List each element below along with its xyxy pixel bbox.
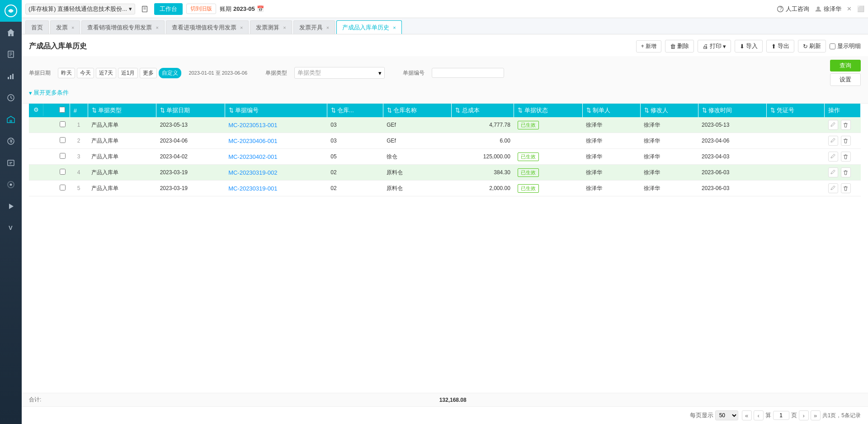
row-number-link[interactable]: MC-20230319-002 [228,169,277,176]
row-number-link[interactable]: MC-20230319-001 [228,185,277,192]
tab-sales-vat-close[interactable]: × [156,25,158,30]
row-delete-btn[interactable] [841,136,851,146]
th-settings[interactable]: ⚙ [29,104,43,116]
prev-page-btn[interactable]: ‹ [754,410,764,420]
doc-icon-btn[interactable] [139,4,151,14]
row-edit-btn[interactable] [828,167,838,177]
th-checkbox[interactable] [55,104,70,117]
show-detail-checkbox[interactable]: 显示明细 [830,42,861,50]
date-btn-more[interactable]: 更多 [140,68,157,78]
th-status[interactable]: ⇅ 单据状态 [514,104,582,117]
sidebar-item-doc[interactable] [0,43,22,65]
tab-invoice-close[interactable]: × [71,25,74,30]
tab-invoice-calc[interactable]: 发票测算 × [250,20,292,34]
th-voucher[interactable]: ⇅ 凭证号 [767,104,825,117]
sidebar-item-tax[interactable] [0,152,22,174]
row-number-link[interactable]: MC-20230406-001 [228,138,277,144]
tab-product-receipt[interactable]: 产成品入库单历史 × [336,20,401,34]
th-type[interactable]: ⇅ 单据类型 [88,104,156,117]
delete-button[interactable]: 🗑 删除 [665,40,694,52]
th-modifier[interactable]: ⇅ 修改人 [640,104,698,117]
tab-invoice-calc-close[interactable]: × [283,25,286,30]
export-button[interactable]: ⬆ 导出 [766,40,794,52]
next-page-btn[interactable]: › [799,410,809,420]
row-delete-btn[interactable] [841,120,851,130]
print-button[interactable]: 🖨 打印 ▾ [698,40,731,52]
date-btn-custom[interactable]: 自定义 [159,68,181,78]
th-modify-time[interactable]: ⇅ 修改时间 [698,104,766,117]
row-edit-btn[interactable] [828,183,838,193]
number-filter-input[interactable] [432,68,504,78]
row-checkbox[interactable] [60,169,66,175]
row-number[interactable]: MC-20230319-002 [225,165,327,181]
page-number-input[interactable] [773,411,789,420]
row-checkbox[interactable] [60,185,66,191]
date-btn-7days[interactable]: 近7天 [96,68,116,78]
row-checkbox-cell[interactable] [55,149,70,165]
row-number-link[interactable]: MC-20230402-001 [228,153,277,160]
row-checkbox-cell[interactable] [55,181,70,196]
th-creator[interactable]: ⇅ 制单人 [582,104,640,117]
help-btn[interactable]: ? 人工咨询 [777,5,809,13]
row-delete-btn[interactable] [841,152,851,162]
sidebar-item-finance[interactable]: ¥ [0,130,22,152]
sidebar-item-home[interactable] [0,22,22,43]
row-number[interactable]: MC-20230319-001 [225,181,327,196]
refresh-button[interactable]: ↻ 刷新 [798,40,826,52]
tab-purchase-vat[interactable]: 查看进项增值税专用发票 × [166,20,249,34]
row-edit-btn[interactable] [828,152,838,162]
tab-product-receipt-close[interactable]: × [393,25,396,30]
switch-version-button[interactable]: 切到旧版 [186,4,216,14]
row-delete-btn[interactable] [841,183,851,193]
sidebar-item-warehouse[interactable] [0,109,22,130]
sidebar-item-play[interactable] [0,195,22,217]
th-date[interactable]: ⇅ 单据日期 [156,104,225,117]
th-wh-code[interactable]: ⇅ 仓库... [327,104,383,117]
type-filter-select[interactable]: 单据类型 ▾ [294,67,385,79]
th-wh-name[interactable]: ⇅ 仓库名称 [383,104,451,117]
row-number[interactable]: MC-20230402-001 [225,149,327,165]
user-menu[interactable]: 徐泽华 [815,5,841,13]
show-detail-input[interactable] [830,43,835,49]
row-delete-btn[interactable] [841,167,851,177]
select-all-checkbox[interactable] [59,107,65,113]
row-checkbox-cell[interactable] [55,117,70,133]
filter-settings-button[interactable]: 设置 [830,73,861,86]
sidebar-item-version[interactable]: V [0,217,22,239]
tab-sales-vat[interactable]: 查看销项增值税专用发票 × [81,20,164,34]
last-page-btn[interactable]: » [811,410,821,420]
import-button[interactable]: ⬇ 导入 [735,40,763,52]
row-checkbox[interactable] [60,121,66,127]
close-window-icon[interactable]: ✕ [847,5,852,12]
tab-purchase-vat-close[interactable]: × [240,25,243,30]
maximize-icon[interactable]: ⬜ [857,5,864,12]
new-button[interactable]: + 新增 [636,40,661,52]
date-btn-yesterday[interactable]: 昨天 [58,68,75,78]
row-edit-btn[interactable] [828,120,838,130]
tab-home[interactable]: 首页 [25,20,49,34]
per-page-select[interactable]: 50 100 200 [715,410,738,420]
th-number[interactable]: ⇅ 单据编号 [225,104,327,117]
first-page-btn[interactable]: « [742,410,752,420]
tab-invoice[interactable]: 发票 × [50,20,80,34]
row-number[interactable]: MC-20230406-001 [225,133,327,149]
row-number-link[interactable]: MC-20230513-001 [228,122,277,129]
company-selector[interactable]: (库存核算) 直播轻线通信息技术股份... ▾ [25,4,135,14]
row-checkbox-cell[interactable] [55,133,70,149]
row-checkbox[interactable] [60,153,66,159]
workbench-button[interactable]: 工作台 [154,3,183,15]
date-btn-today[interactable]: 今天 [77,68,94,78]
th-total-cost[interactable]: ⇅ 总成本 [452,104,514,117]
sidebar-item-chart[interactable] [0,65,22,87]
expand-filter-btn[interactable]: ▾ 展开更多条件 [29,89,69,97]
row-checkbox-cell[interactable] [55,165,70,181]
sidebar-item-purchase[interactable] [0,87,22,109]
calendar-icon[interactable]: 📅 [257,5,264,12]
tab-invoice-open-close[interactable]: × [326,25,329,30]
tab-invoice-open[interactable]: 发票开具 × [293,20,335,34]
row-number[interactable]: MC-20230513-001 [225,117,327,133]
row-checkbox[interactable] [60,137,66,143]
sidebar-item-settings[interactable] [0,174,22,195]
date-btn-1month[interactable]: 近1月 [118,68,138,78]
row-edit-btn[interactable] [828,136,838,146]
